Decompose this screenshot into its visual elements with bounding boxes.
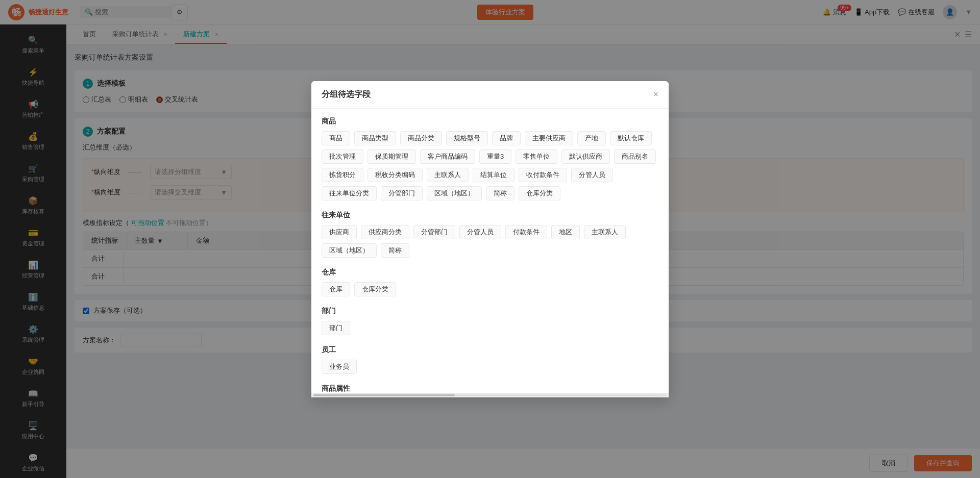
field-tag-4-0[interactable]: 业务员 [322, 360, 357, 374]
field-group-title-0: 商品 [322, 117, 658, 126]
field-group-title-5: 商品属性 [322, 384, 658, 393]
field-group-title-3: 部门 [322, 307, 658, 316]
field-tag-0-18[interactable]: 结算单位 [473, 168, 514, 182]
field-tag-1-0[interactable]: 供应商 [322, 225, 357, 239]
field-tag-0-23[interactable]: 区域（地区） [427, 186, 482, 200]
field-tag-0-25[interactable]: 仓库分类 [519, 186, 560, 200]
field-group-5: 商品属性属性颜色多规格尺码鞋码1 [322, 384, 658, 394]
field-tag-0-22[interactable]: 分管部门 [381, 186, 423, 200]
field-tag-0-24[interactable]: 简称 [486, 186, 514, 200]
field-group-4: 员工业务员 [322, 345, 658, 374]
field-tag-0-4[interactable]: 品牌 [492, 131, 521, 145]
field-tags-1: 供应商供应商分类分管部门分管人员付款条件地区主联系人区域（地区）简称 [322, 225, 658, 258]
field-group-2: 仓库仓库仓库分类 [322, 268, 658, 296]
field-tag-0-6[interactable]: 产地 [577, 131, 606, 145]
field-tag-1-7[interactable]: 区域（地区） [322, 243, 377, 258]
hscroll-thumb [313, 394, 455, 396]
field-tag-0-21[interactable]: 往来单位分类 [322, 186, 377, 200]
field-tag-0-11[interactable]: 重量3 [479, 149, 511, 164]
field-group-title-2: 仓库 [322, 268, 658, 277]
field-tag-0-3[interactable]: 规格型号 [446, 131, 488, 145]
field-group-title-1: 往来单位 [322, 211, 658, 220]
field-tags-0: 商品商品类型商品分类规格型号品牌主要供应商产地默认仓库批次管理保质期管理客户商品… [322, 131, 658, 200]
field-tag-0-12[interactable]: 零售单位 [516, 149, 557, 164]
field-tag-2-1[interactable]: 仓库分类 [354, 282, 396, 296]
field-tag-0-1[interactable]: 商品类型 [354, 131, 396, 145]
field-group-3: 部门部门 [322, 307, 658, 335]
field-tag-0-20[interactable]: 分管人员 [571, 168, 613, 182]
field-tag-0-7[interactable]: 默认仓库 [610, 131, 652, 145]
field-tag-1-5[interactable]: 地区 [551, 225, 580, 239]
dialog-horizontal-scrollbar[interactable] [311, 393, 669, 397]
field-tag-1-2[interactable]: 分管部门 [413, 225, 455, 239]
field-tag-1-4[interactable]: 付款条件 [505, 225, 547, 239]
field-tag-3-0[interactable]: 部门 [322, 321, 350, 335]
field-tag-1-8[interactable]: 简称 [381, 243, 409, 258]
field-selector-dialog: 分组待选字段 × 商品商品商品类型商品分类规格型号品牌主要供应商产地默认仓库批次… [311, 81, 669, 397]
field-tag-0-5[interactable]: 主要供应商 [525, 131, 573, 145]
field-tag-0-17[interactable]: 主联系人 [427, 168, 469, 182]
field-tags-4: 业务员 [322, 360, 658, 374]
dialog-overlay: 分组待选字段 × 商品商品商品类型商品分类规格型号品牌主要供应商产地默认仓库批次… [0, 0, 980, 478]
field-tag-0-15[interactable]: 拣货积分 [322, 168, 363, 182]
dialog-header: 分组待选字段 × [311, 81, 669, 109]
field-tag-2-0[interactable]: 仓库 [322, 282, 350, 296]
field-tag-0-19[interactable]: 收付款条件 [519, 168, 567, 182]
field-tag-0-9[interactable]: 保质期管理 [368, 149, 416, 164]
dialog-body: 商品商品商品类型商品分类规格型号品牌主要供应商产地默认仓库批次管理保质期管理客户… [311, 109, 669, 394]
field-tags-3: 部门 [322, 321, 658, 335]
field-tag-1-1[interactable]: 供应商分类 [361, 225, 409, 239]
field-group-0: 商品商品商品类型商品分类规格型号品牌主要供应商产地默认仓库批次管理保质期管理客户… [322, 117, 658, 200]
hscroll-track [313, 394, 667, 396]
field-tag-0-13[interactable]: 默认供应商 [561, 149, 610, 164]
dialog-title: 分组待选字段 [322, 89, 371, 100]
field-tag-0-0[interactable]: 商品 [322, 131, 350, 145]
field-tag-0-14[interactable]: 商品别名 [614, 149, 656, 164]
field-tag-0-2[interactable]: 商品分类 [400, 131, 442, 145]
field-tag-0-16[interactable]: 税收分类编码 [368, 168, 423, 182]
field-group-title-4: 员工 [322, 345, 658, 355]
field-tag-1-6[interactable]: 主联系人 [584, 225, 626, 239]
field-tag-1-3[interactable]: 分管人员 [459, 225, 501, 239]
field-tag-0-10[interactable]: 客户商品编码 [420, 149, 475, 164]
dialog-close-button[interactable]: × [653, 90, 658, 99]
field-tag-0-8[interactable]: 批次管理 [322, 149, 363, 164]
field-tags-2: 仓库仓库分类 [322, 282, 658, 296]
field-group-1: 往来单位供应商供应商分类分管部门分管人员付款条件地区主联系人区域（地区）简称 [322, 211, 658, 258]
